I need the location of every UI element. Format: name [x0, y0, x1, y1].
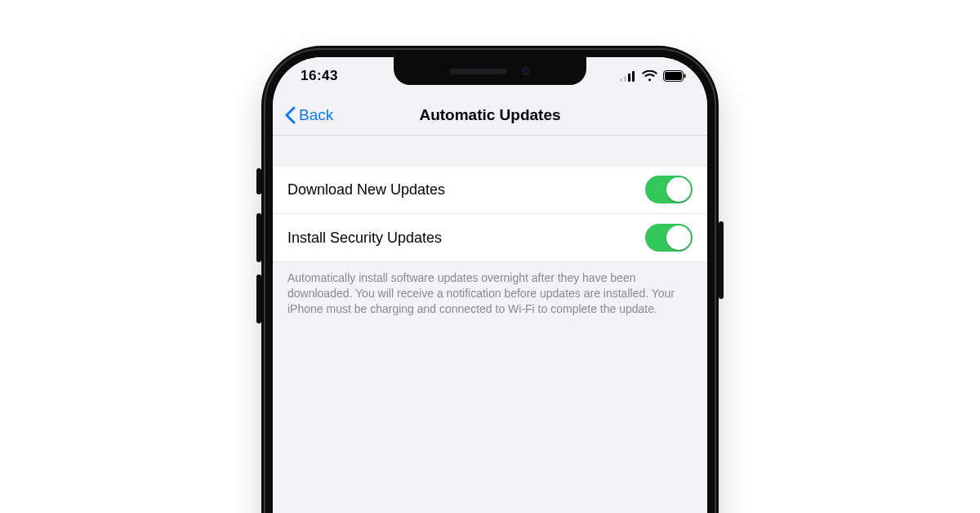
back-label: Back [299, 106, 333, 124]
power-button[interactable] [719, 221, 724, 299]
settings-list: Download New Updates Install Security Up… [273, 165, 707, 262]
svg-rect-1 [624, 76, 626, 82]
chevron-left-icon [284, 106, 296, 124]
row-install-security-updates: Install Security Updates [273, 213, 707, 261]
notch [394, 57, 586, 85]
earpiece-speaker [450, 69, 507, 74]
svg-rect-6 [684, 74, 686, 78]
toggle-knob [666, 225, 691, 250]
front-camera [522, 67, 530, 75]
svg-rect-5 [665, 72, 682, 80]
status-indicators [620, 70, 686, 82]
nav-bar: Back Automatic Updates [273, 95, 707, 136]
mute-switch[interactable] [256, 168, 261, 194]
volume-up-button[interactable] [256, 213, 261, 262]
row-label: Download New Updates [287, 181, 445, 199]
row-download-new-updates: Download New Updates [273, 166, 707, 213]
toggle-install-security-updates[interactable] [645, 224, 693, 252]
volume-down-button[interactable] [256, 274, 261, 323]
section-footer: Automatically install software updates o… [273, 262, 707, 317]
toggle-download-new-updates[interactable] [645, 176, 693, 203]
screen: 16:43 [273, 57, 707, 513]
toggle-knob [666, 177, 691, 202]
section-gap [273, 136, 707, 165]
phone-frame: 16:43 [261, 46, 719, 513]
battery-icon [663, 70, 686, 82]
cellular-icon [620, 71, 636, 82]
back-button[interactable]: Back [284, 95, 333, 135]
svg-rect-3 [632, 71, 635, 82]
svg-rect-2 [628, 74, 630, 82]
svg-rect-0 [620, 78, 622, 82]
wifi-icon [642, 70, 657, 82]
status-time: 16:43 [294, 68, 338, 84]
page-title: Automatic Updates [419, 106, 560, 124]
row-label: Install Security Updates [287, 230, 442, 247]
